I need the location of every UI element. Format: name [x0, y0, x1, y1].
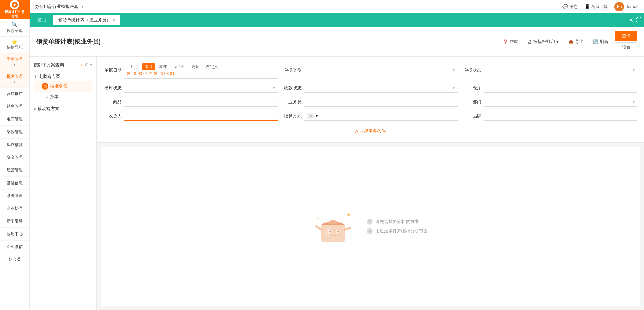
sidebar-item-label: 系统管理: [7, 193, 23, 199]
settlement-tag-close-icon[interactable]: ×: [310, 114, 312, 118]
out-status-control[interactable]: ▾: [124, 83, 278, 93]
settings-button[interactable]: 设置: [615, 42, 637, 52]
logo-text: 畅捷通好生意: [5, 10, 25, 14]
sidebar-item-marketing[interactable]: 营销推广: [0, 88, 29, 100]
goods-control[interactable]: ···: [124, 97, 278, 107]
edit-scheme-icon[interactable]: ⊙: [85, 62, 89, 68]
filter-row-2: 出库状态 ▾ 收款状态 ▾: [103, 83, 637, 93]
topbar-dropdown-icon[interactable]: ▾: [81, 4, 83, 9]
warehouse-control[interactable]: ···: [484, 83, 637, 93]
salesperson-label: 业务员: [283, 99, 302, 105]
mobile-scheme-group-header[interactable]: ▶ 移动端方案: [34, 104, 92, 113]
receiver-more-icon: ···: [272, 114, 275, 118]
sidebar-item-ecommerce[interactable]: 电商管理: [0, 113, 29, 126]
tab-close-window-icon[interactable]: ✕: [629, 17, 633, 23]
sidebar-item-wechat[interactable]: 企业微信: [0, 241, 29, 253]
svg-text:•: •: [349, 221, 350, 224]
sidebar-item-retail[interactable]: 零售管理 ▼: [0, 53, 29, 70]
out-status-dropdown-icon: ▾: [273, 86, 275, 90]
message-btn[interactable]: 💬 消息: [562, 4, 578, 10]
sidebar-item-member[interactable]: 畅会员: [0, 253, 29, 266]
collection-status-control[interactable]: ▾: [304, 83, 458, 93]
svg-point-6: [337, 231, 338, 232]
date-tab-more[interactable]: 更多: [189, 63, 202, 70]
refresh-btn[interactable]: 🔄 刷新: [590, 37, 611, 46]
empty-illustration: ★ ✦ •: [313, 206, 353, 247]
sidebar-item-inventory[interactable]: 库存核算: [0, 139, 29, 151]
date-label: 单据日期: [103, 67, 122, 73]
sidebar-item-appstore[interactable]: 应用中心: [0, 228, 29, 241]
sidebar-item-enterprise[interactable]: 企业协同: [0, 202, 29, 215]
app-download-btn[interactable]: 📱 App下载: [585, 4, 608, 10]
tab-expand-icon[interactable]: ⛶: [636, 17, 641, 23]
svg-text:★: ★: [346, 212, 351, 217]
svg-point-5: [329, 231, 330, 232]
page-header-actions: ❓ 帮助 🖨 按模板打印 ▾ 📤 导出 🔄 刷新 查询: [500, 31, 637, 56]
sidebar-item-label: 销售管理: [7, 104, 23, 109]
doc-status-dropdown-icon: ▾: [633, 68, 635, 72]
collapse-filters-btn[interactable]: ⋀ 收起更多条件: [103, 125, 637, 137]
brand-label: 品牌: [463, 113, 481, 119]
sidebar-item-system[interactable]: 系统管理: [0, 190, 29, 202]
date-range-control[interactable]: 上月 本月 本年 近7天 更多 自定义 2023-03-01 至 2023-03…: [124, 62, 278, 79]
sidebar-item-sales[interactable]: 销售管理: [0, 100, 29, 113]
sidebar-item-wholesale[interactable]: 批发管理 ▲: [0, 70, 29, 88]
doc-status-control[interactable]: ▾: [484, 66, 637, 75]
tip-num-1: 1: [367, 219, 373, 225]
collection-status-label: 收款状态: [283, 85, 302, 91]
warehouse-more-icon: ···: [631, 86, 635, 90]
settlement-control[interactable]: × ▾: [304, 111, 458, 121]
empty-tips: 1 请先选择要分析的方案 2 用过滤条件来缩小分析范围: [367, 219, 428, 234]
export-btn[interactable]: 📤 导出: [566, 37, 586, 46]
export-icon: 📤: [568, 39, 574, 44]
receiver-control[interactable]: ···: [124, 111, 278, 121]
pc-scheme-group-header[interactable]: ▼ 电脑端方案: [34, 72, 92, 81]
date-tab-last-month[interactable]: 上月: [127, 63, 141, 70]
date-tab-7days[interactable]: 近7天: [171, 63, 187, 70]
department-control[interactable]: ▾: [484, 97, 637, 107]
add-scheme-icon[interactable]: +: [80, 62, 83, 68]
sidebar-item-purchase[interactable]: 采购管理: [0, 126, 29, 139]
sidebar-item-operation[interactable]: 经营管理: [0, 164, 29, 177]
topbar-left: 办公用品行业模拟账套 ▾: [35, 4, 83, 10]
sidebar-logo[interactable]: 畅捷通好生意 标版: [0, 0, 30, 19]
tab-close-icon[interactable]: ×: [113, 18, 115, 22]
tab-home[interactable]: 首页: [32, 15, 52, 25]
sidebar-quick-nav[interactable]: ⭐ 快捷导航: [0, 37, 29, 53]
salesperson-control[interactable]: ···: [304, 97, 458, 107]
collapse-arrow-icon: ⋀: [355, 128, 360, 134]
help-btn[interactable]: ❓ 帮助: [500, 37, 521, 46]
date-tab-this-year[interactable]: 本年: [157, 63, 170, 70]
doc-type-control[interactable]: ▾: [304, 66, 458, 75]
sidebar-item-finance[interactable]: 资金管理: [0, 151, 29, 164]
query-button[interactable]: 查询: [615, 31, 637, 41]
pc-group-arrow-icon: ▼: [34, 74, 37, 79]
logo-icon: [10, 0, 19, 9]
page-content: 销货单统计表(按业务员) ❓ 帮助 🖨 按模板打印 ▾ 📤 导出 🔄 刷新: [30, 27, 644, 310]
sidebar-item-guide[interactable]: 新手引导: [0, 215, 29, 228]
brand-control[interactable]: ···: [484, 111, 637, 121]
tabbar: 首页 销货单统计表（按业务员） × ✕ ⛶: [30, 13, 644, 27]
user-avatar[interactable]: Ea demo2: [614, 2, 639, 11]
sidebar-item-basic[interactable]: 基础信息: [0, 177, 29, 190]
scheme-item-by-salesperson[interactable]: 员 按业务员: [34, 81, 92, 92]
sidebar-search[interactable]: 🔍 搜索菜单: [0, 19, 29, 37]
sidebar-item-label: 采购管理: [7, 129, 23, 135]
scheme-item-by-order[interactable]: ≡ 按单: [34, 92, 92, 102]
out-status-label: 出库状态: [103, 85, 122, 91]
help-icon: ❓: [503, 39, 508, 44]
settlement-label: 结算方式: [283, 113, 302, 119]
print-btn[interactable]: 🖨 按模板打印 ▾: [525, 37, 561, 46]
filter-row-1: 单据日期 上月 本月 本年 近7天 更多 自定义 20: [103, 62, 637, 79]
collapse-panel-icon[interactable]: «: [90, 62, 92, 68]
date-tab-this-month[interactable]: 本月: [142, 63, 155, 70]
empty-state: ★ ✦ • 1 请先选择要分析的方案 2: [101, 147, 640, 306]
topbar-title: 办公用品行业模拟账套: [35, 4, 78, 10]
avatar: Ea: [614, 2, 624, 11]
filter-doc-type: 单据类型 ▾: [283, 66, 458, 75]
download-icon: 📱: [585, 4, 590, 9]
tab-active[interactable]: 销货单统计表（按业务员） ×: [53, 15, 120, 25]
date-tab-custom[interactable]: 自定义: [203, 63, 221, 70]
chevron-up-icon: ▲: [13, 80, 16, 84]
filter-goods: 商品 ···: [103, 97, 278, 107]
